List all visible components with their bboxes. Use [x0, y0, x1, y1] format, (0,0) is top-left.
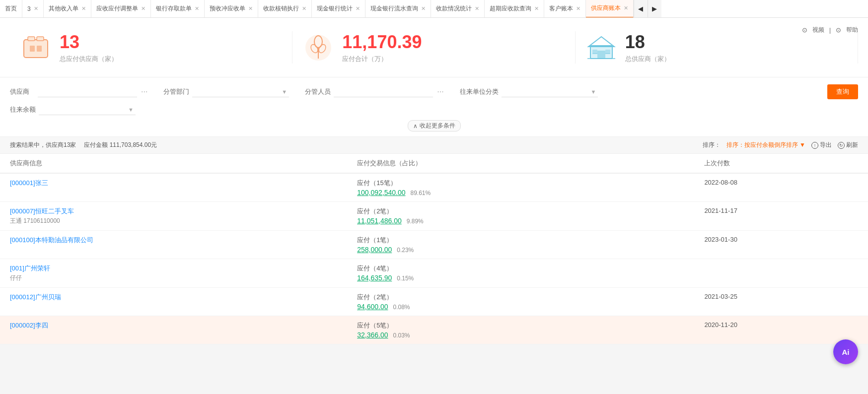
- nav-tab-ar-ap-adjust[interactable]: 应收应付调整单 ✕: [91, 0, 151, 18]
- supplier-link[interactable]: [000007]恒旺二手叉车: [10, 207, 74, 215]
- export-button[interactable]: ↑ 导出: [811, 141, 832, 149]
- supplier-link[interactable]: [000002]李四: [10, 322, 48, 329]
- close-icon[interactable]: ✕: [356, 5, 360, 12]
- supplier-link[interactable]: [000012]广州贝瑞: [10, 293, 61, 301]
- nav-tab-customer-ledger[interactable]: 客户账本 ✕: [544, 0, 586, 18]
- svg-rect-13: [592, 50, 597, 54]
- nav-tab-other-income[interactable]: 其他收入单 ✕: [44, 0, 91, 18]
- sort-chevron-icon: ▼: [799, 141, 805, 148]
- sort-select[interactable]: 排序：按应付余额倒序排序 ▼: [726, 141, 805, 149]
- payable-count-label: 应付（4笔）: [357, 264, 684, 273]
- supplier-link[interactable]: [000100]本特勤油品有限公司: [10, 236, 93, 244]
- nav-tab-overdue-query[interactable]: 超期应收款查询 ✕: [485, 0, 544, 18]
- last-payment-cell: 2022-08-08: [694, 173, 868, 202]
- table-row: [000100]本特勤油品有限公司应付（1笔）258,000.000.23%20…: [0, 231, 868, 259]
- payable-count-label: 应付（1笔）: [357, 236, 684, 245]
- unit-class-chevron-icon: ▼: [591, 89, 596, 95]
- payable-percentage: 9.89%: [407, 218, 424, 225]
- col-supplier-info: 供应商信息: [0, 154, 347, 173]
- balance-input[interactable]: [39, 104, 128, 115]
- nav-tab-advance-offset[interactable]: 预收冲应收单 ✕: [205, 0, 258, 18]
- supplier-link[interactable]: [000001]张三: [10, 179, 48, 187]
- unit-class-select[interactable]: ▼: [502, 86, 598, 97]
- supplier-sub-info: 仔仔: [10, 274, 337, 282]
- svg-rect-14: [605, 50, 610, 54]
- payable-amount-value[interactable]: 94,600.00: [357, 303, 388, 311]
- dept-filter: 分管部门 ▼: [163, 86, 289, 97]
- close-icon[interactable]: ✕: [34, 5, 38, 12]
- refresh-button[interactable]: ↻ 刷新: [838, 141, 858, 149]
- payable-amount-value[interactable]: 258,000.00: [357, 246, 392, 254]
- total-supplier-label: 总供应商（家）: [625, 55, 670, 64]
- payable-total-label: 应付合计（万）: [342, 55, 422, 64]
- supplier-dots-icon[interactable]: ···: [141, 87, 147, 96]
- person-filter: 分管人员 ···: [305, 86, 443, 97]
- wheat-icon: [302, 32, 334, 64]
- nav-tab-supplier-ledger[interactable]: 供应商账本 ✕: [586, 0, 634, 18]
- nav-tab-payment-verify[interactable]: 收款核销执行 ✕: [258, 0, 312, 18]
- supplier-info-cell: [001]广州荣轩仔仔: [0, 259, 347, 288]
- payable-info-cell: 应付（2笔）11,051,486.009.89%: [347, 202, 694, 231]
- summary-card-supplier-payable: 13 总应付供应商（家）: [10, 31, 292, 64]
- supplier-info-cell: [000001]张三: [0, 173, 347, 202]
- supplier-filter-label: 供应商: [10, 87, 35, 96]
- payable-amount-value[interactable]: 100,092,540.00: [357, 189, 405, 197]
- supplier-table: 供应商信息 应付交易信息（占比） 上次付数 [000001]张三应付（15笔）1…: [0, 154, 868, 344]
- nav-tab-bank-deposit[interactable]: 银行存取款单 ✕: [151, 0, 205, 18]
- balance-select[interactable]: ▼: [39, 104, 136, 115]
- svg-rect-0: [24, 40, 48, 58]
- table-row: [000001]张三应付（15笔）100,092,540.0089.61%202…: [0, 173, 868, 202]
- last-payment-cell: 2023-01-30: [694, 231, 868, 259]
- close-icon[interactable]: ✕: [248, 5, 253, 12]
- collapse-up-icon: ∧: [413, 123, 418, 130]
- collapse-label: 收起更多条件: [420, 122, 455, 130]
- close-icon[interactable]: ✕: [302, 5, 306, 12]
- col-payable-info: 应付交易信息（占比）: [347, 154, 694, 173]
- query-button[interactable]: 查询: [827, 84, 858, 99]
- nav-tab-home[interactable]: 首页: [0, 0, 22, 18]
- person-dots-icon[interactable]: ···: [437, 87, 443, 96]
- dept-select[interactable]: ▼: [192, 86, 289, 97]
- dept-input[interactable]: [192, 86, 282, 97]
- supplier-link[interactable]: [001]广州荣轩: [10, 264, 50, 272]
- filter-row-2: 往来余额 ▼: [10, 104, 858, 115]
- nav-tab-cash-stat[interactable]: 现金银行统计 ✕: [312, 0, 365, 18]
- last-payment-cell: 2021-11-17: [694, 202, 868, 231]
- payable-count-label: 应付（5笔）: [357, 321, 684, 330]
- result-info: 搜索结果中，供应商13家 应付金额 111,703,854.00元: [10, 141, 157, 149]
- close-icon[interactable]: ✕: [195, 5, 199, 12]
- payable-amount-value[interactable]: 164,635.90: [357, 274, 392, 282]
- total-supplier-value: 18: [625, 31, 670, 53]
- payable-percentage: 0.15%: [397, 275, 414, 282]
- video-link[interactable]: 视频: [812, 26, 824, 34]
- balance-filter: 往来余额 ▼: [10, 104, 136, 115]
- supplier-info-cell: [000007]恒旺二手叉车王通 17106110000: [0, 202, 347, 231]
- export-icon: ↑: [811, 142, 818, 149]
- balance-chevron-icon: ▼: [128, 107, 134, 113]
- payable-supplier-count: 13: [60, 31, 118, 53]
- payable-amount-value[interactable]: 32,366.00: [357, 331, 388, 339]
- close-icon[interactable]: ✕: [421, 5, 426, 12]
- help-link[interactable]: 帮助: [846, 26, 858, 34]
- nav-tab-3[interactable]: 3 ✕: [22, 0, 44, 18]
- summary-bar: 13 总应付供应商（家） 11,170.39 应付合计（万）: [0, 18, 868, 77]
- payable-amount-value[interactable]: 11,051,486.00: [357, 217, 402, 225]
- person-input[interactable]: [334, 86, 433, 97]
- close-icon[interactable]: ✕: [475, 5, 479, 12]
- nav-tab-cash-flow[interactable]: 现金银行流水查询 ✕: [365, 0, 431, 18]
- payable-supplier-label: 总应付供应商（家）: [60, 55, 118, 64]
- dept-chevron-icon: ▼: [282, 89, 287, 95]
- nav-prev-arrow[interactable]: ◀: [634, 0, 648, 18]
- close-icon[interactable]: ✕: [576, 5, 580, 12]
- nav-tab-payment-stat[interactable]: 收款情况统计 ✕: [431, 0, 485, 18]
- close-icon[interactable]: ✕: [81, 5, 86, 12]
- unit-class-input[interactable]: [502, 86, 591, 97]
- close-icon[interactable]: ✕: [534, 5, 539, 12]
- payable-total-value: 11,170.39: [342, 31, 422, 53]
- supplier-input[interactable]: [38, 86, 137, 97]
- close-icon[interactable]: ✕: [624, 5, 628, 11]
- close-icon[interactable]: ✕: [141, 5, 145, 12]
- collapse-button[interactable]: ∧ 收起更多条件: [408, 120, 461, 131]
- result-bar: 搜索结果中，供应商13家 应付金额 111,703,854.00元 排序： 排序…: [0, 137, 868, 154]
- nav-next-arrow[interactable]: ▶: [648, 0, 661, 18]
